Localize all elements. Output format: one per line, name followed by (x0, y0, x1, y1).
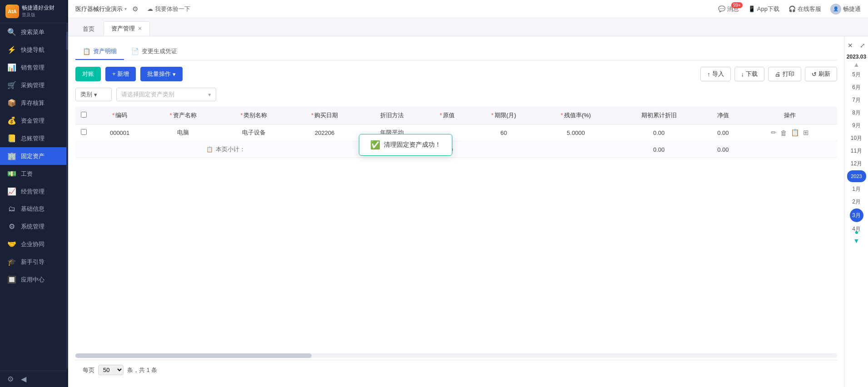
export-icon: ↑ (707, 71, 710, 78)
sidebar-item-guide[interactable]: 🎓 新手引导 (0, 253, 68, 271)
sidebar-item-payroll[interactable]: 💵 工资 (0, 165, 68, 183)
month-6[interactable]: 6月 (848, 81, 866, 93)
month-7[interactable]: 7月 (848, 94, 866, 106)
total-label: 条，共 1 条 (127, 366, 157, 374)
sidebar-item-ledger[interactable]: 📒 总账管理 (0, 129, 68, 147)
batch-arrow-icon: ▾ (173, 71, 176, 78)
user-item[interactable]: 👤 畅捷通 (830, 4, 861, 15)
sidebar-logo: AtA 畅捷通好业财 普及版 (0, 0, 68, 23)
message-item[interactable]: 💬 消息 99+ (718, 5, 739, 13)
print-label: 打印 (783, 70, 794, 78)
company-selector[interactable]: 医疗器械行业演示 ▾ (75, 5, 127, 13)
row-checkbox[interactable] (81, 129, 87, 135)
month-5[interactable]: 5月 (848, 69, 866, 80)
sidebar-item-base[interactable]: 🗂 基础信息 (0, 200, 68, 218)
month-9[interactable]: 9月 (848, 119, 866, 131)
toolbar: 对账 + 新增 批量操作 ▾ ↑ 导入 ↓ 下载 (75, 67, 837, 81)
topbar-gear-icon[interactable]: ⚙ (132, 5, 138, 13)
sidebar-item-label: 总账管理 (21, 134, 45, 143)
cell-period: 60 (471, 124, 537, 141)
month-1[interactable]: 1月 (848, 183, 866, 195)
panel-down-icon[interactable]: ▼ (853, 237, 860, 244)
month-12[interactable]: 12月 (848, 158, 866, 169)
sidebar-item-label: 工资 (21, 170, 33, 178)
tab-asset[interactable]: 资产管理 ✕ (104, 21, 150, 36)
sidebar-item-fixed[interactable]: 🏢 固定资产 (0, 147, 68, 165)
sidebar-item-label: 销售管理 (21, 64, 45, 72)
content-main: 📋 资产明细 📄 变更生成凭证 对账 + 新增 批量操作 ▾ (68, 36, 844, 387)
experience-label: 我要体验一下 (155, 5, 190, 13)
year-badge[interactable]: 2023 (847, 170, 866, 182)
box-icon: 📦 (7, 99, 16, 107)
cell-name: 电脑 (148, 124, 218, 141)
col-period: *期限(月) (471, 107, 537, 124)
experience-button[interactable]: ☁ 我要体验一下 (147, 5, 190, 13)
sidebar-item-funds[interactable]: 💰 资金管理 (0, 112, 68, 129)
col-depreciation: 折旧方法 (360, 107, 424, 124)
panel-year: 2023.03 (845, 53, 868, 61)
app-download-item[interactable]: 📱 App下载 (748, 5, 779, 13)
category-select[interactable]: 类别 ▾ (75, 88, 112, 101)
select-all-checkbox[interactable] (81, 112, 87, 118)
subtab-voucher-label: 变更生成凭证 (142, 47, 177, 55)
collapse-icon[interactable]: ◀ (21, 375, 26, 383)
more-icon[interactable]: ⊞ (803, 129, 809, 137)
month-4[interactable]: 4月 (848, 223, 866, 235)
sidebar-item-purchase[interactable]: 🛒 采购管理 (0, 76, 68, 94)
panel-close-icon[interactable]: ✕ (848, 42, 853, 49)
tab-home[interactable]: 首页 (75, 22, 102, 36)
sidebar-item-label: 搜索菜单 (21, 28, 45, 36)
online-service-item[interactable]: 🎧 在线客服 (789, 5, 821, 13)
month-3-current[interactable]: 3月 (850, 208, 863, 222)
logo-sub: 普及版 (22, 12, 55, 18)
sidebar-item-quicknav[interactable]: ⚡ 快捷导航 (0, 41, 68, 59)
sidebar-item-sales[interactable]: 📊 销售管理 (0, 59, 68, 76)
subtotal-net-value: 0.00 (703, 141, 743, 158)
download-button[interactable]: ↓ 下载 (734, 67, 765, 81)
month-10[interactable]: 10月 (848, 132, 866, 144)
batch-button[interactable]: 批量操作 ▾ (140, 67, 183, 81)
print-icon: 🖨 (775, 71, 781, 78)
settings-icon[interactable]: ⚙ (7, 375, 14, 383)
sidebar-item-system[interactable]: ⚙ 系统管理 (0, 218, 68, 235)
month-2[interactable]: 2月 (848, 196, 866, 208)
sidebar-item-collab[interactable]: 🤝 企业协同 (0, 235, 68, 253)
export-button[interactable]: ↑ 导入 (700, 67, 731, 81)
cell-purchase-date: 202206 (289, 124, 360, 141)
refresh-button[interactable]: ↺ 刷新 (805, 67, 837, 81)
sidebar-item-operations[interactable]: 📈 经营管理 (0, 183, 68, 200)
toolbar-right: ↑ 导入 ↓ 下载 🖨 打印 ↺ 刷新 (700, 67, 837, 81)
sidebar-item-inventory[interactable]: 📦 库存核算 (0, 94, 68, 112)
per-page-select[interactable]: 50 100 200 (98, 365, 124, 375)
app-download-label: App下载 (757, 5, 779, 13)
refresh-icon: ↺ (812, 71, 817, 78)
panel-up-icon[interactable]: ▲ (853, 61, 860, 68)
sidebar-item-label: 固定资产 (21, 152, 45, 160)
topbar-right: 💬 消息 99+ 📱 App下载 🎧 在线客服 👤 畅捷通 (718, 4, 861, 15)
print-button[interactable]: 🖨 打印 (768, 67, 801, 81)
tab-close-icon[interactable]: ✕ (138, 25, 142, 32)
category-input[interactable]: 请选择固定资产类别 ▾ (116, 88, 216, 101)
sidebar-item-search[interactable]: 🔍 搜索菜单 (0, 23, 68, 41)
ops-icon: 📈 (7, 187, 16, 196)
month-11[interactable]: 11月 (848, 145, 866, 157)
subtab-voucher[interactable]: 📄 变更生成凭证 (124, 44, 184, 60)
sidebar-item-label: 基础信息 (21, 205, 45, 213)
subtab-detail[interactable]: 📋 资产明细 (75, 44, 124, 60)
toast-message: 清理固定资产成功！ (384, 141, 441, 149)
sidebar-item-apps[interactable]: 🔲 应用中心 (0, 271, 68, 288)
reconcile-button[interactable]: 对账 (75, 67, 101, 81)
panel-expand-icon[interactable]: ⤢ (860, 42, 865, 49)
copy-icon[interactable]: 📋 (791, 129, 799, 137)
sidebar-item-label: 库存核算 (21, 99, 45, 107)
delete-icon[interactable]: 🗑 (780, 129, 787, 137)
sidebar-item-label: 资金管理 (21, 117, 45, 125)
cart-icon: 🛒 (7, 81, 16, 89)
month-8[interactable]: 8月 (848, 107, 866, 119)
new-button[interactable]: + 新增 (105, 67, 136, 81)
refresh-label: 刷新 (818, 70, 830, 78)
edit-icon[interactable]: ✏ (771, 129, 777, 137)
filter-row: 类别 ▾ 请选择固定资产类别 ▾ (75, 88, 837, 101)
horizontal-scrollbar[interactable] (75, 353, 837, 358)
right-panel: ✕ ⤢ 2023.03 ▲ 5月 6月 7月 8月 9月 10月 11月 12月… (844, 36, 868, 387)
